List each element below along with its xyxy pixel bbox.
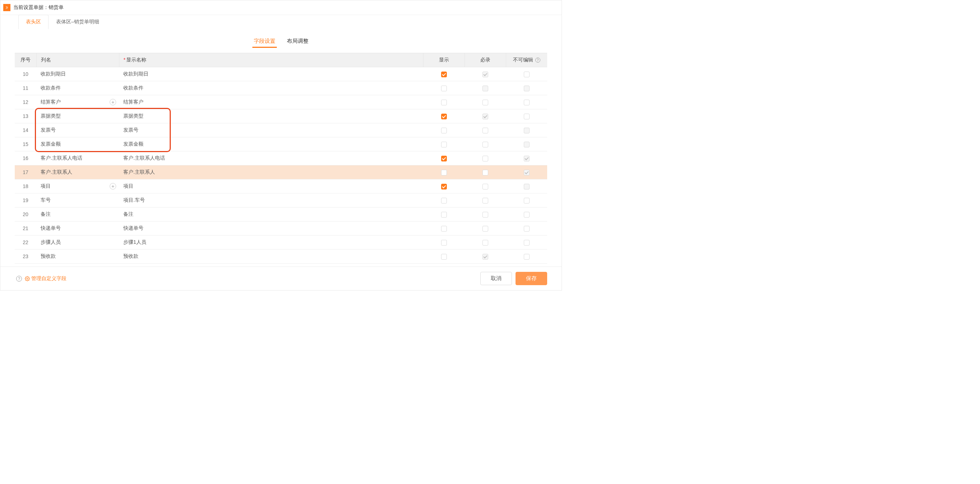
checkbox-readonly[interactable] bbox=[524, 72, 530, 77]
cell-show bbox=[423, 123, 465, 137]
collapse-toggle[interactable] bbox=[3, 4, 10, 11]
help-icon[interactable]: ? bbox=[535, 57, 540, 62]
checkbox-show[interactable] bbox=[441, 254, 447, 260]
cell-readonly bbox=[506, 95, 547, 109]
col-name-text: 票据类型 bbox=[41, 113, 61, 119]
checkbox-show[interactable] bbox=[441, 240, 447, 245]
checkbox-readonly[interactable] bbox=[524, 226, 530, 232]
cell-display-name[interactable]: 结算客户 bbox=[119, 95, 423, 109]
checkbox-required[interactable] bbox=[482, 184, 488, 189]
cell-display-name[interactable]: 客户.主联系人电话 bbox=[119, 151, 423, 166]
cell-display-name[interactable]: 发票号 bbox=[119, 123, 423, 137]
table-row[interactable]: 16客户.主联系人电话客户.主联系人电话 bbox=[15, 151, 547, 166]
cell-display-name[interactable]: 发票金额 bbox=[119, 137, 423, 151]
checkbox-show[interactable] bbox=[441, 226, 447, 232]
table-row[interactable]: 14发票号发票号 bbox=[15, 123, 547, 137]
header-bar: 当前设置单据： 销货单 bbox=[0, 0, 562, 15]
checkbox-required[interactable] bbox=[482, 170, 488, 175]
checkbox-required[interactable] bbox=[482, 127, 488, 134]
table-row[interactable]: 12结算客户+结算客户 bbox=[15, 95, 547, 109]
table-row[interactable]: 17客户.主联系人客户.主联系人 bbox=[15, 166, 547, 180]
cell-display-name[interactable]: 项目.车号 bbox=[119, 193, 423, 207]
checkbox-required[interactable] bbox=[482, 198, 488, 204]
col-header-seq: 序号 bbox=[15, 53, 36, 67]
tab-body-area[interactable]: 表体区–销货单明细 bbox=[49, 15, 107, 29]
checkbox-required[interactable] bbox=[482, 226, 488, 232]
cell-display-name[interactable]: 预收款 bbox=[119, 250, 423, 264]
checkbox-show[interactable] bbox=[441, 212, 447, 218]
checkbox-show[interactable] bbox=[441, 142, 447, 147]
checkbox-required[interactable] bbox=[482, 240, 488, 245]
checkbox-required[interactable] bbox=[482, 212, 488, 218]
checkbox-show[interactable] bbox=[441, 156, 447, 161]
cell-display-name[interactable]: 客户.主联系人 bbox=[119, 166, 423, 180]
help-icon[interactable]: ? bbox=[16, 276, 22, 282]
chevron-right-icon bbox=[5, 5, 9, 10]
checkbox-show[interactable] bbox=[441, 100, 447, 105]
col-header-name: 列名 bbox=[36, 53, 119, 67]
cell-readonly bbox=[506, 123, 547, 137]
checkbox-show[interactable] bbox=[441, 127, 447, 134]
checkbox-show[interactable] bbox=[441, 184, 447, 189]
cell-display-name[interactable]: 收款条件 bbox=[119, 81, 423, 95]
cell-seq: 15 bbox=[15, 137, 36, 151]
cell-readonly bbox=[506, 151, 547, 166]
checkbox-show[interactable] bbox=[441, 114, 447, 119]
cell-seq: 17 bbox=[15, 166, 36, 180]
col-header-required: 必录 bbox=[465, 53, 506, 67]
table-row[interactable]: 15发票金额发票金额 bbox=[15, 137, 547, 151]
cell-display-name[interactable]: 项目 bbox=[119, 180, 423, 193]
checkbox-readonly[interactable] bbox=[524, 212, 530, 218]
cell-readonly bbox=[506, 137, 547, 151]
checkbox-required[interactable] bbox=[482, 142, 488, 147]
cell-seq: 12 bbox=[15, 95, 36, 109]
checkbox-show[interactable] bbox=[441, 72, 447, 77]
cell-display-name[interactable]: 步骤1人员 bbox=[119, 236, 423, 250]
cell-seq: 19 bbox=[15, 193, 36, 207]
cell-display-name[interactable]: 快递单号 bbox=[119, 221, 423, 236]
cell-readonly bbox=[506, 193, 547, 207]
table-row[interactable]: 10收款到期日收款到期日 bbox=[15, 67, 547, 81]
checkbox-readonly[interactable] bbox=[524, 198, 530, 204]
cell-readonly bbox=[506, 250, 547, 264]
checkbox-readonly bbox=[524, 127, 530, 134]
checkbox-readonly[interactable] bbox=[524, 114, 530, 119]
checkbox-show[interactable] bbox=[441, 170, 447, 175]
cell-show bbox=[423, 207, 465, 221]
checkbox-show[interactable] bbox=[441, 198, 447, 204]
expand-plus-icon[interactable]: + bbox=[110, 99, 116, 105]
checkbox-show[interactable] bbox=[441, 86, 447, 91]
checkbox-readonly[interactable] bbox=[524, 254, 530, 260]
cell-display-name[interactable]: 收款到期日 bbox=[119, 67, 423, 81]
checkbox-readonly bbox=[524, 170, 530, 175]
cell-display-name[interactable]: 备注 bbox=[119, 207, 423, 221]
manage-custom-fields-link[interactable]: 管理自定义字段 bbox=[25, 275, 67, 282]
cell-seq: 16 bbox=[15, 151, 36, 166]
cancel-button[interactable]: 取消 bbox=[480, 272, 512, 285]
tab-header-area[interactable]: 表头区 bbox=[18, 15, 49, 29]
cell-show bbox=[423, 137, 465, 151]
table-row[interactable]: 23预收款预收款 bbox=[15, 250, 547, 264]
table-row[interactable]: 11收款条件收款条件 bbox=[15, 81, 547, 95]
table-row[interactable]: 20备注备注 bbox=[15, 207, 547, 221]
cell-seq: 20 bbox=[15, 207, 36, 221]
checkbox-required[interactable] bbox=[482, 100, 488, 105]
cell-display-name[interactable]: 票据类型 bbox=[119, 109, 423, 123]
table-row[interactable]: 18项目+项目 bbox=[15, 180, 547, 193]
checkbox-readonly[interactable] bbox=[524, 240, 530, 245]
checkbox-readonly[interactable] bbox=[524, 100, 530, 105]
checkbox-required[interactable] bbox=[482, 156, 488, 161]
table-row[interactable]: 21快递单号快递单号 bbox=[15, 221, 547, 236]
table-row[interactable]: 22步骤人员步骤1人员 bbox=[15, 236, 547, 250]
tab-field-settings[interactable]: 字段设置 bbox=[252, 36, 277, 48]
tab-layout-adjust[interactable]: 布局调整 bbox=[285, 36, 310, 48]
cell-show bbox=[423, 151, 465, 166]
cell-required bbox=[465, 95, 506, 109]
save-button[interactable]: 保存 bbox=[515, 272, 547, 285]
expand-plus-icon[interactable]: + bbox=[110, 183, 116, 189]
cell-required bbox=[465, 109, 506, 123]
table-row[interactable]: 13票据类型票据类型 bbox=[15, 109, 547, 123]
col-name-text: 发票号 bbox=[41, 127, 56, 133]
table-row[interactable]: 19车号项目.车号 bbox=[15, 193, 547, 207]
gear-icon bbox=[25, 276, 30, 281]
